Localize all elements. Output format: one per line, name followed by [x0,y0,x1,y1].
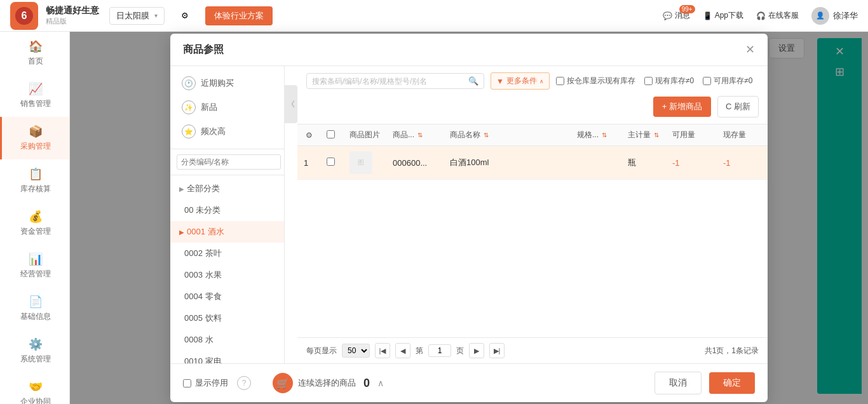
right-panel: 🔍 ▼ 更多条件 ∧ 按仓库显示现有库存 [297,66,768,363]
check-available-label[interactable]: 可用库存≠0 [703,76,752,86]
add-product-button[interactable]: + 新增商品 [653,97,711,117]
cat-item-all[interactable]: ▶ 全部分类 [170,178,284,199]
check-current-stock-text: 现有库存≠0 [655,76,694,86]
cell-available: -1 [666,146,717,180]
cat-item-appliance[interactable]: 0010 家电 [170,351,284,363]
cell-checkbox[interactable] [320,146,343,180]
show-disabled-label[interactable]: 显示停用 [183,377,228,389]
page-last-button[interactable]: ▶| [489,343,505,358]
check-current-stock-input[interactable] [644,77,653,85]
recent-icon: 🕐 [182,76,196,90]
check-warehouse-label[interactable]: 按仓库显示现有库存 [556,76,635,86]
check-available-text: 可用库存≠0 [714,76,752,86]
cell-code: 000600... [386,146,444,180]
category-search-input[interactable] [177,154,281,170]
sidebar-item-basic-info[interactable]: 📄 基础信息 [0,287,69,330]
cat-label-tea: 0002 茶叶 [184,248,222,259]
cat-item-liquor[interactable]: ▶ 0001 酒水 [170,221,284,243]
sidebar-label-finance: 资金管理 [20,226,51,237]
select-all-checkbox[interactable] [327,130,335,138]
sidebar-item-sales[interactable]: 📈 销售管理 [0,74,69,117]
cat-item-water[interactable]: 0008 水 [170,329,284,351]
modal-header: 商品参照 ✕ [170,34,768,66]
user-name: 徐泽华 [833,10,858,22]
cat-item-beverage[interactable]: 0005 饮料 [170,307,284,329]
page-number-input[interactable] [428,344,451,357]
sidebar-item-system[interactable]: ⚙️ 系统管理 [0,330,69,372]
cell-stock: -1 [717,146,768,180]
sidebar-item-home[interactable]: 🏠 首页 [0,32,69,74]
sidebar-item-collab[interactable]: 🤝 企业协同 [0,372,69,404]
page-label: 第 [416,346,423,356]
th-product-code[interactable]: 商品... ⇅ [386,125,444,146]
cat-item-snack[interactable]: 0004 零食 [170,286,284,307]
th-spec[interactable]: 规格... ⇅ [571,125,621,146]
th-unit[interactable]: 主计量 ⇅ [621,125,666,146]
message-badge: 99+ [679,5,695,13]
refresh-button[interactable]: C 刷新 [717,96,759,118]
help-icon[interactable]: ? [237,376,251,390]
collapse-left-panel-button[interactable]: 《 [285,85,297,123]
quick-item-recent[interactable]: 🕐 近期购买 [175,71,279,95]
confirm-button[interactable]: 确定 [709,372,755,394]
quick-item-new[interactable]: ✨ 新品 [175,95,279,119]
message-button[interactable]: 💬 消息 99+ [663,10,690,21]
table-row[interactable]: 1 图 000600... 白酒100ml 瓶 [297,146,768,180]
home-icon: 🏠 [29,39,43,53]
cat-item-fruit[interactable]: 0003 水果 [170,264,284,286]
quick-item-frequent[interactable]: ⭐ 频次高 [175,119,279,144]
svg-text:6: 6 [22,10,27,21]
cat-label-all: 全部分类 [187,183,220,194]
sidebar-item-purchase[interactable]: 📦 采购管理 [0,117,69,159]
main-layout: 🏠 首页 📈 销售管理 📦 采购管理 📋 库存核算 💰 资金管理 📊 经营管理 … [0,32,868,404]
operations-icon: 📊 [29,252,43,266]
app-download-button[interactable]: 📱 App下载 [703,10,743,21]
more-filter-button[interactable]: ▼ 更多条件 ∧ [491,72,550,90]
per-page-select[interactable]: 50 [342,344,370,358]
sidebar-item-finance[interactable]: 💰 资金管理 [0,202,69,245]
check-available-input[interactable] [703,77,711,85]
cat-item-tea[interactable]: 0002 茶叶 [170,243,284,264]
th-product-image: 商品图片 [343,125,386,146]
show-disabled-checkbox[interactable] [183,379,191,387]
trial-button[interactable]: 体验行业方案 [205,6,273,25]
page-next-button[interactable]: ▶ [469,343,484,358]
filter-checkboxes: 按仓库显示现有库存 现有库存≠0 可用库存≠0 [556,76,753,86]
cat-arrow-all: ▶ [179,185,184,192]
check-current-stock-label[interactable]: 现有库存≠0 [644,76,694,86]
modal-close-button[interactable]: ✕ [745,43,755,57]
th-settings[interactable]: ⚙ [297,125,320,146]
product-search-input[interactable] [312,77,468,86]
category-search-icon[interactable]: 🔍 [283,157,285,167]
th-spec-label: 规格... [577,130,599,139]
check-warehouse-text: 按仓库显示现有库存 [567,76,635,86]
tenant-selector[interactable]: 日太阳膜 ▾ [109,7,165,25]
modal-title: 商品参照 [183,43,224,57]
row-checkbox[interactable] [327,158,335,166]
basic-info-icon: 📄 [29,295,43,309]
cat-label-water: 0008 水 [184,334,214,346]
user-menu-button[interactable]: 👤 徐泽华 [811,7,858,25]
sidebar-item-operations[interactable]: 📊 经营管理 [0,245,69,287]
cat-item-uncategory[interactable]: 00 未分类 [170,199,284,221]
check-warehouse-input[interactable] [556,77,564,85]
search-icon[interactable]: 🔍 [468,76,478,86]
th-code-label: 商品... [393,130,414,139]
cart-icon[interactable]: 🛒 [273,373,293,393]
sidebar-item-inventory[interactable]: 📋 库存核算 [0,159,69,202]
sidebar-label-system: 系统管理 [20,354,51,365]
cancel-button[interactable]: 取消 [654,372,702,394]
cell-name: 白酒100ml [444,146,571,180]
page-first-button[interactable]: |◀ [375,343,390,358]
sort-spec-icon: ⇅ [602,131,607,138]
cart-collapse-icon[interactable]: ∧ [377,378,384,388]
online-service-button[interactable]: 🎧 在线客服 [756,10,799,21]
brand-edition: 精品版 [46,17,99,26]
th-product-name[interactable]: 商品名称 ⇅ [444,125,571,146]
frequent-icon: ⭐ [182,125,196,138]
message-icon: 💬 [663,11,672,20]
inventory-icon: 📋 [29,167,43,181]
settings-icon[interactable]: ⚙ [175,6,195,26]
page-prev-button[interactable]: ◀ [395,343,410,358]
cart-label: 连续选择的商品 [298,377,356,389]
